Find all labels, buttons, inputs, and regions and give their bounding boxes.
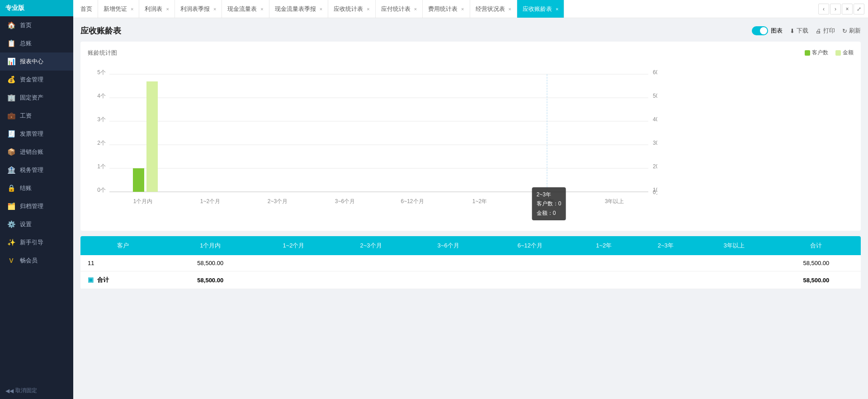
tab-business-stat[interactable]: 经营状况表 × xyxy=(470,0,517,18)
td-m1: 58,500.00 xyxy=(166,255,255,271)
refresh-icon: ↻ xyxy=(842,28,847,34)
td-total-m612 xyxy=(487,271,573,289)
svg-text:20,000.00元: 20,000.00元 xyxy=(653,163,657,170)
sidebar-item-funds[interactable]: 💰 资金管理 xyxy=(0,71,73,89)
tab-nav-controls: ‹ › × ⤢ xyxy=(816,4,866,14)
td-total-y23 xyxy=(635,271,696,289)
tab-profit-close[interactable]: × xyxy=(166,6,169,12)
sidebar-item-settings[interactable]: ⚙️ 设置 xyxy=(0,215,73,233)
sidebar-item-salary[interactable]: 💼 工资 xyxy=(0,107,73,125)
print-label: 打印 xyxy=(823,27,835,35)
table-row: 11 58,500.00 58,500.00 xyxy=(80,255,861,271)
unpin-label: 取消固定 xyxy=(15,387,37,394)
sidebar-item-guide[interactable]: ✨ 新手引导 xyxy=(0,233,73,252)
sidebar-item-archive[interactable]: 🗂️ 归档管理 xyxy=(0,197,73,215)
sidebar-item-label: 结账 xyxy=(20,184,32,192)
svg-text:2~3年: 2~3年 xyxy=(540,198,554,204)
page-title: 应收账龄表 xyxy=(80,25,121,36)
tab-scroll-left[interactable]: ‹ xyxy=(818,4,829,14)
archive-icon: 🗂️ xyxy=(7,202,15,210)
tab-cashflow-quarter[interactable]: 现金流量表季报 × xyxy=(269,0,328,18)
switch-track[interactable] xyxy=(752,26,768,35)
tab-close-all[interactable]: × xyxy=(842,4,853,14)
tab-aging-close[interactable]: × xyxy=(556,6,558,12)
svg-text:1个月内: 1个月内 xyxy=(133,198,153,204)
sidebar-item-assets[interactable]: 🏢 固定资产 xyxy=(0,89,73,107)
bar-chart: 5个 4个 3个 2个 1个 0个 60,000.00元 50,000.00元 … xyxy=(88,61,657,223)
td-total-m12 xyxy=(255,271,332,289)
sidebar-item-inventory[interactable]: 📦 进销台账 xyxy=(0,143,73,161)
tab-voucher-close[interactable]: × xyxy=(131,6,133,12)
download-button[interactable]: ⬇ 下载 xyxy=(790,27,808,35)
sidebar-item-label: 进销台账 xyxy=(20,148,43,156)
td-customer: 11 xyxy=(80,255,166,271)
tab-aging-label: 应收账龄表 xyxy=(523,5,552,13)
sidebar-item-label: 工资 xyxy=(20,112,32,120)
svg-text:2个: 2个 xyxy=(97,140,106,146)
bar-customers-1 xyxy=(133,168,144,192)
legend-amount-label: 金额 xyxy=(843,49,854,57)
th-total: 合计 xyxy=(772,236,861,255)
toggle-label: 图表 xyxy=(771,27,783,35)
sidebar-item-reports[interactable]: 📊 报表中心 xyxy=(0,52,73,71)
svg-text:3~6个月: 3~6个月 xyxy=(335,198,355,204)
tab-expense-stat-label: 费用统计表 xyxy=(428,5,458,13)
aging-table: 客户 1个月内 1~2个月 2~3个月 3~6个月 6~12个月 1~2年 2~… xyxy=(80,236,861,289)
reports-icon: 📊 xyxy=(7,57,15,66)
refresh-label: 刷新 xyxy=(849,27,861,35)
page-header: 应收账龄表 图表 ⬇ 下载 🖨 打印 ↻ 刷新 xyxy=(80,25,861,36)
sidebar-item-label: 报表中心 xyxy=(20,57,43,66)
tab-receivable-stat-close[interactable]: × xyxy=(367,6,369,12)
td-m612 xyxy=(487,255,573,271)
tab-scroll-right[interactable]: › xyxy=(830,4,841,14)
sidebar-item-vip[interactable]: V 畅会员 xyxy=(0,252,73,270)
tab-profit-quarter-close[interactable]: × xyxy=(213,6,216,12)
tax-icon: 🏦 xyxy=(7,166,15,174)
tab-voucher[interactable]: 新增凭证 × xyxy=(98,0,139,18)
tab-aging[interactable]: 应收账龄表 × xyxy=(517,0,564,18)
th-customer: 客户 xyxy=(80,236,166,255)
td-total-sum: 58,500.00 xyxy=(772,271,861,289)
tab-cashflow[interactable]: 现金流量表 × xyxy=(222,0,269,18)
tab-expense-stat[interactable]: 费用统计表 × xyxy=(423,0,470,18)
vip-icon: V xyxy=(7,256,15,265)
td-y23 xyxy=(635,255,696,271)
chart-legend: 客户数 金额 xyxy=(805,49,854,57)
th-m12: 1~2个月 xyxy=(255,236,332,255)
switch-thumb xyxy=(760,27,767,34)
sidebar-item-home[interactable]: 🏠 首页 xyxy=(0,16,73,34)
tab-maximize[interactable]: ⤢ xyxy=(854,4,864,14)
sidebar-item-tax[interactable]: 🏦 税务管理 xyxy=(0,161,73,179)
assets-icon: 🏢 xyxy=(7,94,15,102)
chart-title: 账龄统计图 xyxy=(88,49,854,57)
sidebar-item-label: 畅会员 xyxy=(20,256,38,265)
download-label: 下载 xyxy=(797,27,808,35)
td-total-y3plus xyxy=(696,271,771,289)
tab-payable-stat-label: 应付统计表 xyxy=(381,5,410,13)
tab-profit[interactable]: 利润表 × xyxy=(139,0,175,18)
tab-profit-quarter[interactable]: 利润表季报 × xyxy=(175,0,222,18)
tab-home[interactable]: 首页 xyxy=(75,0,98,18)
print-button[interactable]: 🖨 打印 xyxy=(816,27,835,35)
tab-cashflow-quarter-close[interactable]: × xyxy=(320,6,322,12)
tab-expense-stat-close[interactable]: × xyxy=(461,6,464,12)
tab-payable-stat[interactable]: 应付统计表 × xyxy=(376,0,423,18)
inventory-icon: 📦 xyxy=(7,148,15,156)
chart-toggle[interactable]: 图表 xyxy=(752,26,783,35)
legend-customers-dot xyxy=(805,50,810,56)
refresh-button[interactable]: ↻ 刷新 xyxy=(842,27,861,35)
tab-payable-stat-close[interactable]: × xyxy=(414,6,417,12)
tab-cashflow-close[interactable]: × xyxy=(260,6,263,12)
legend-customers-label: 客户数 xyxy=(812,49,828,57)
funds-icon: 💰 xyxy=(7,76,15,84)
sidebar-item-close[interactable]: 🔒 结账 xyxy=(0,179,73,197)
tab-home-label: 首页 xyxy=(80,5,92,13)
sidebar: 专业版 🏠 首页 📋 总账 📊 报表中心 💰 资金管理 🏢 固定资产 💼 工资 … xyxy=(0,0,73,399)
td-y12 xyxy=(573,255,635,271)
sidebar-item-invoice[interactable]: 🧾 发票管理 xyxy=(0,125,73,143)
svg-text:5个: 5个 xyxy=(97,69,106,76)
unpin-button[interactable]: ◀◀ 取消固定 xyxy=(0,382,73,399)
tab-business-stat-close[interactable]: × xyxy=(509,6,511,12)
sidebar-item-ledger[interactable]: 📋 总账 xyxy=(0,34,73,52)
tab-receivable-stat[interactable]: 应收统计表 × xyxy=(328,0,375,18)
